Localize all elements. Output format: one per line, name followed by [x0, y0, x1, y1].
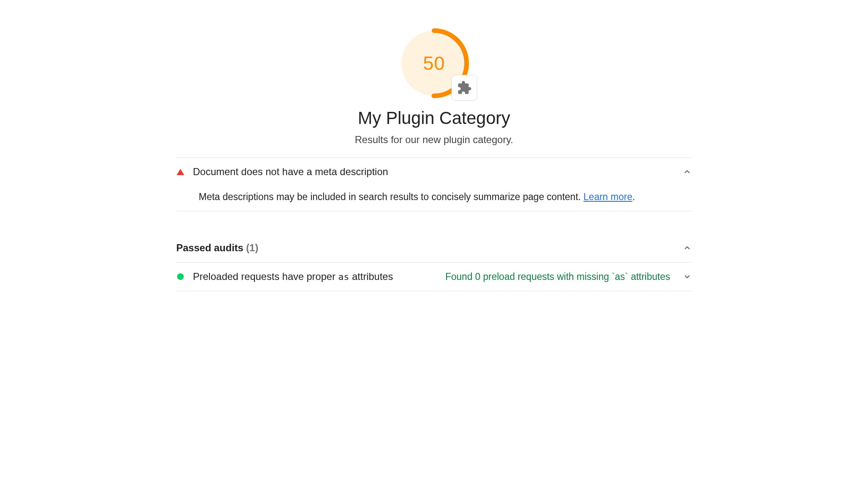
puzzle-icon — [457, 80, 472, 95]
audit-body-prefix: Meta descriptions may be included in sea… — [199, 191, 584, 202]
audit-title: Document does not have a meta descriptio… — [193, 166, 674, 178]
audit-title-prefix: Preloaded requests have proper — [193, 271, 338, 282]
chevron-up-icon — [683, 167, 692, 176]
category-subtitle: Results for our new plugin category. — [355, 134, 513, 146]
passed-audits-count: (1) — [246, 242, 258, 253]
plugin-badge — [451, 75, 477, 101]
fail-icon — [176, 169, 185, 175]
pass-icon — [176, 273, 185, 280]
audit-title-suffix: attributes — [349, 271, 393, 282]
audit-item-meta-description: Document does not have a meta descriptio… — [176, 157, 692, 211]
chevron-up-icon — [683, 243, 692, 252]
audit-description: Meta descriptions may be included in sea… — [176, 178, 692, 203]
audit-toggle-row[interactable]: Document does not have a meta descriptio… — [176, 166, 692, 178]
audit-toggle-row[interactable]: Preloaded requests have proper as attrib… — [176, 271, 692, 282]
chevron-down-icon — [683, 272, 692, 281]
score-gauge: 50 — [399, 28, 469, 98]
learn-more-link[interactable]: Learn more — [584, 191, 633, 202]
category-title: My Plugin Category — [358, 108, 510, 128]
report-container: 50 My Plugin Category Results for our ne… — [176, 0, 692, 291]
category-header: 50 My Plugin Category Results for our ne… — [176, 28, 692, 146]
failed-audits-section: Document does not have a meta descriptio… — [176, 157, 692, 211]
passed-audits-section-header[interactable]: Passed audits (1) — [176, 211, 692, 262]
audit-body-suffix: . — [632, 191, 635, 202]
passed-audits-label: Passed audits — [176, 242, 243, 253]
audit-title-code: as — [338, 272, 350, 282]
passed-audit-item-preload-as: Preloaded requests have proper as attrib… — [176, 262, 692, 291]
audit-title: Preloaded requests have proper as attrib… — [193, 271, 437, 282]
audit-display-text: Found 0 preload requests with missing `a… — [445, 271, 670, 282]
